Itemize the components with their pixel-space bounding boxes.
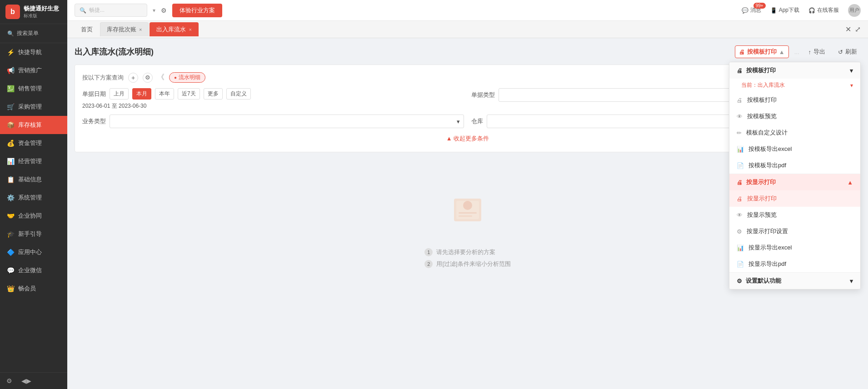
topbar-search-box[interactable]: 🔍 畅捷... (75, 4, 147, 17)
sidebar-collapse-icon[interactable]: ◀▶ (21, 377, 31, 384)
search-icon: 🔍 (7, 30, 14, 37)
empty-tips: 1 请先选择要分析的方案 2 用[过滤]条件来缩小分析范围 (424, 248, 510, 268)
export-button[interactable]: ↑ 导出 (805, 46, 829, 58)
display-export-pdf-item[interactable]: 📄 按显示导出pdf (729, 256, 860, 272)
print-icon: 🖨 (739, 49, 745, 55)
purchase-icon: 🛒 (6, 103, 15, 110)
printer-icon: 🖨 (737, 67, 743, 74)
sidebar-item-guide[interactable]: 🎓 新手引导 (0, 225, 67, 243)
template-print-current: 当前：出入库流水 ▾ (729, 79, 860, 92)
display-preview-icon: 👁 (737, 212, 743, 219)
search-chevron-icon[interactable]: ▾ (153, 7, 155, 14)
tab-home[interactable]: 首页 (75, 23, 99, 36)
template-custom-item[interactable]: ✏ 模板自定义设计 (729, 125, 860, 141)
date-input-group: 单据日期 上月 本月 本年 近7天 更多 自定义 (82, 88, 464, 100)
template-export-pdf-item[interactable]: 📄 按模板导出pdf (729, 157, 860, 174)
sidebar-item-system[interactable]: ⚙️ 系统管理 (0, 189, 67, 207)
date-this-year-btn[interactable]: 本年 (155, 88, 174, 100)
filter-collapse-button[interactable]: 《 (157, 73, 165, 82)
inventory-icon: 📦 (6, 121, 15, 129)
date-range-display: 2023-06-01 至 2023-06-30 (82, 102, 464, 110)
default-settings-icon: ⚙ (737, 278, 742, 284)
date-more-btn[interactable]: 更多 (204, 88, 223, 100)
sidebar-item-appstore[interactable]: 🔷 应用中心 (0, 243, 67, 261)
date-last-month-btn[interactable]: 上月 (110, 88, 129, 100)
template-print-header[interactable]: 🖨 按模板打印 ▾ (729, 62, 860, 79)
tip-num-2: 2 (424, 260, 433, 268)
template-print-item[interactable]: 🖨 按模板打印 (729, 92, 860, 108)
tab-inventory-batch[interactable]: 库存批次账 × (100, 22, 149, 36)
sidebar-item-wxwork[interactable]: 💬 企业微信 (0, 261, 67, 279)
display-export-excel-item[interactable]: 📊 按显示导出excel (729, 239, 860, 256)
date-custom-btn[interactable]: 自定义 (226, 88, 251, 100)
filter-settings-button[interactable]: ⚙ (143, 73, 153, 83)
collab-icon: 🤝 (6, 212, 15, 219)
sidebar-item-member[interactable]: 👑 畅会员 (0, 279, 67, 298)
refresh-button[interactable]: ↺ 刷新 (834, 46, 861, 58)
trial-button[interactable]: 体验行业方案 (172, 4, 222, 17)
display-print-item[interactable]: 🖨 按显示打印 (729, 190, 860, 207)
tab-inout-flow[interactable]: 出入库流水 × (150, 22, 198, 36)
logo-text: 畅捷通好生意 标准版 (24, 5, 59, 19)
wxwork-icon: 💬 (6, 267, 15, 274)
sidebar-item-marketing[interactable]: 📢 营销推广 (0, 61, 67, 80)
sidebar-item-basic-info[interactable]: 📋 基础信息 (0, 170, 67, 189)
template-preview-item[interactable]: 👁 按模板预览 (729, 108, 860, 125)
sidebar-item-purchase[interactable]: 🛒 采购管理 (0, 98, 67, 116)
sidebar-item-collab[interactable]: 🤝 企业协同 (0, 207, 67, 225)
sidebar-search-area[interactable]: 🔍 搜索菜单 (0, 24, 67, 43)
sidebar-item-inventory[interactable]: 📦 库存核算 (0, 116, 67, 134)
tip-num-1: 1 (424, 248, 433, 256)
business-type-select[interactable]: ▾ (110, 115, 464, 128)
headset-icon: 🎧 (808, 7, 815, 14)
member-icon: 👑 (6, 285, 15, 292)
date-label: 单据日期 (82, 90, 106, 98)
page-actions-area: 🖨 按模板打印 ▲ ... ↑ 导出 ↺ 刷新 (735, 45, 861, 58)
sidebar-item-sales[interactable]: 💹 销售管理 (0, 80, 67, 98)
pdf-item-icon: 📄 (737, 162, 744, 169)
set-default-item[interactable]: ⚙ 设置默认功能 ▾ (729, 273, 860, 289)
date-last-7-days-btn[interactable]: 近7天 (178, 88, 200, 100)
phone-icon: 📱 (770, 7, 777, 14)
app-download-button[interactable]: 📱 App下载 (770, 6, 799, 14)
basic-info-icon: 📋 (6, 176, 15, 183)
tab-close-inventory[interactable]: × (139, 27, 142, 32)
date-filter-group: 单据日期 上月 本月 本年 近7天 更多 自定义 2023-06-01 至 20… (82, 88, 464, 110)
date-this-month-btn[interactable]: 本月 (132, 88, 151, 100)
template-export-excel-item[interactable]: 📊 按模板导出excel (729, 141, 860, 157)
preview-item-icon: 👁 (737, 113, 743, 120)
select-chevron-icon2: ▾ (457, 118, 460, 125)
display-print-settings-item[interactable]: ⚙ 按显示打印设置 (729, 223, 860, 239)
sidebar-settings-icon[interactable]: ⚙ (6, 377, 12, 384)
topbar-gear-icon[interactable]: ⚙ (161, 7, 167, 14)
svg-rect-4 (459, 215, 472, 217)
current-chevron-icon: ▾ (850, 82, 853, 89)
tab-close-all-button[interactable]: ✕ (845, 25, 851, 34)
tab-maximize-button[interactable]: ⤢ (855, 25, 861, 34)
messages-button[interactable]: 💬 消息 99+ (742, 6, 761, 14)
sidebar-item-finance[interactable]: 💰 资金管理 (0, 134, 67, 152)
business-type-filter-group: 业务类型 ▾ (82, 115, 464, 128)
svg-point-2 (463, 201, 472, 210)
template-print-button[interactable]: 🖨 按模板打印 ▲ (735, 45, 789, 58)
user-avatar[interactable]: 用户 (848, 4, 861, 17)
filter-tag[interactable]: ● 流水明细 (169, 72, 205, 83)
sidebar-search-button[interactable]: 🔍 搜索菜单 (5, 28, 63, 39)
online-service-button[interactable]: 🎧 在线客服 (808, 6, 839, 14)
display-print-header[interactable]: 🖨 按显示打印 ▲ (729, 174, 860, 190)
display-pdf-icon: 📄 (737, 261, 744, 268)
display-settings-icon: ⚙ (737, 228, 742, 235)
sidebar-item-operations[interactable]: 📊 经营管理 (0, 152, 67, 170)
guide-icon: 🎓 (6, 230, 15, 238)
tab-expand-area: ✕ ⤢ (845, 25, 861, 34)
display-preview-item[interactable]: 👁 按显示预览 (729, 207, 860, 223)
filter-add-button[interactable]: + (128, 73, 138, 83)
sidebar-navigation: ⚡ 快捷导航 📢 营销推广 💹 销售管理 🛒 采购管理 📦 库存核算 💰 资金管… (0, 43, 67, 372)
voucher-type-label: 单据类型 (471, 91, 495, 99)
tab-close-inout[interactable]: × (189, 27, 191, 32)
display-excel-icon: 📊 (737, 244, 744, 251)
svg-rect-3 (459, 212, 477, 214)
sidebar-item-quick-nav[interactable]: ⚡ 快捷导航 (0, 43, 67, 61)
page-title: 出入库流水(流水明细) (75, 46, 154, 57)
appstore-icon: 🔷 (6, 249, 15, 256)
